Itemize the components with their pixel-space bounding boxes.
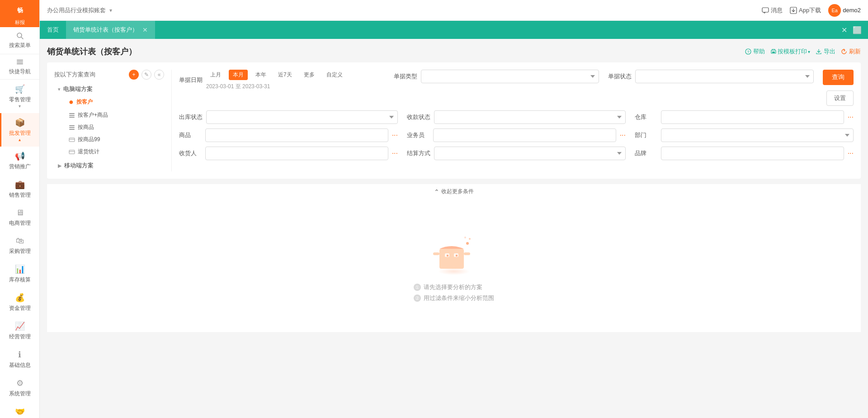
sidebar-item-basic[interactable]: ℹ 基础信息	[0, 345, 39, 374]
doc-status-select[interactable]	[635, 70, 814, 83]
date-container: 上月 本月 本年 近7天 更多 自定义 2023-03-01 至 2023-03…	[206, 70, 347, 90]
tab-window-close-button[interactable]: ✕	[839, 24, 850, 36]
scheme-by-goods-99[interactable]: 按商品99	[65, 133, 164, 146]
operation-icon: 📈	[15, 321, 25, 331]
tab-window-maximize-button[interactable]: ⬜	[850, 24, 864, 36]
sidebar-item-inventory[interactable]: 📊 库存核算	[0, 260, 39, 288]
tree-menu: ▾ 电脑端方案 ● 按客户 按客户+商品	[54, 83, 164, 171]
settings-button[interactable]: 设置	[826, 90, 854, 106]
date-btn-more[interactable]: 更多	[300, 70, 319, 80]
export-button[interactable]: 导出	[816, 48, 835, 56]
empty-illustration	[427, 226, 481, 280]
tab-sales-stat[interactable]: 销货单统计表（按客户） ✕	[66, 21, 155, 39]
sidebar-item-marketing[interactable]: 📢 营销推广	[0, 147, 39, 175]
export-label: 导出	[824, 48, 835, 56]
salesperson-input[interactable]	[433, 128, 616, 142]
header-right: 消息 App下载 Ea demo2	[762, 4, 861, 17]
warehouse-dots[interactable]: ···	[848, 113, 854, 121]
brand-dots[interactable]: ···	[848, 149, 854, 157]
sidebar-search[interactable]: 搜索菜单	[0, 27, 39, 54]
sidebar-item-ecommerce[interactable]: 🖥 电商管理	[0, 204, 39, 232]
svg-rect-5	[17, 62, 23, 62]
scheme-collapse-button[interactable]: «	[154, 70, 164, 80]
header-breadcrumb: 办公用品行业模拟账套	[47, 6, 106, 14]
sidebar-item-enterprise[interactable]: 🤝 企业协同	[0, 402, 39, 418]
svg-text:畅: 畅	[17, 7, 23, 14]
scheme-panel-actions: + ✎ «	[129, 70, 164, 80]
tree-desktop-header[interactable]: ▾ 电脑端方案	[54, 83, 164, 95]
goods-dots[interactable]: ···	[392, 131, 398, 139]
tab-controls: ✕ ⬜	[839, 24, 868, 36]
sidebar-item-wholesale[interactable]: 📦 批发管理 ▴	[0, 113, 39, 147]
print-button[interactable]: 按模板打印 ▾	[770, 48, 810, 56]
goods-input[interactable]	[205, 128, 388, 142]
sales-icon: 💼	[15, 180, 25, 190]
scheme-by-customer-goods[interactable]: 按客户+商品	[65, 109, 164, 121]
svg-rect-16	[69, 125, 75, 126]
svg-point-33	[464, 237, 466, 238]
sidebar-nav[interactable]: 快捷导航	[0, 54, 39, 80]
date-range-text: 2023-03-01 至 2023-03-31	[206, 83, 347, 90]
scheme-panel-title: 按以下方案查询	[54, 71, 95, 79]
brand-field: 品牌 ···	[635, 147, 854, 160]
doc-type-select[interactable]	[421, 70, 599, 83]
collapse-bar[interactable]: ⌃ 收起更多条件	[47, 184, 861, 199]
filter-row-2: 出库状态 收款状态	[179, 110, 854, 124]
app-download-button[interactable]: App下载	[790, 6, 821, 14]
scheme-return-stats[interactable]: 退货统计	[65, 146, 164, 158]
app-download-label: App下载	[799, 6, 821, 14]
avatar-text: Ea	[832, 8, 838, 13]
recipient-input[interactable]	[205, 147, 388, 160]
svg-rect-24	[439, 249, 464, 269]
sidebar-item-system[interactable]: ⚙ 系统管理	[0, 374, 39, 402]
message-button[interactable]: 消息	[762, 6, 783, 14]
settlement-select[interactable]	[434, 147, 626, 160]
department-select[interactable]	[661, 128, 854, 142]
date-btn-this-month[interactable]: 本月	[229, 70, 248, 80]
salesperson-dots[interactable]: ···	[620, 131, 626, 139]
page-inner: 销货单统计表（按客户） ? 帮助	[40, 39, 868, 339]
sidebar-item-retail[interactable]: 🛒 零售管理 ▾	[0, 80, 39, 113]
user-avatar-area[interactable]: Ea demo2	[828, 4, 861, 17]
sidebar-item-purchase[interactable]: 🛍 采购管理	[0, 232, 39, 260]
query-button[interactable]: 查询	[823, 70, 854, 85]
delivery-select[interactable]	[206, 110, 398, 124]
doc-status-label: 单据状态	[608, 72, 632, 81]
sidebar-item-operation[interactable]: 📈 经营管理	[0, 317, 39, 345]
refresh-button[interactable]: 刷新	[841, 48, 861, 56]
recipient-label: 收货人	[179, 149, 202, 157]
date-btn-custom[interactable]: 自定义	[322, 70, 347, 80]
message-icon	[762, 7, 769, 14]
date-label: 单据日期	[179, 76, 203, 84]
scheme-by-goods[interactable]: 按商品	[65, 121, 164, 133]
tab-home-label: 首页	[47, 26, 59, 34]
sidebar-item-finance[interactable]: 💰 资金管理	[0, 288, 39, 317]
date-btn-this-year[interactable]: 本年	[251, 70, 270, 80]
scheme-icon-4	[69, 149, 75, 155]
print-dropdown-arrow[interactable]: ▾	[808, 49, 810, 54]
svg-rect-13	[69, 113, 75, 114]
scheme-by-customer[interactable]: ● 按客户	[65, 95, 164, 109]
tree-mobile-label: 移动端方案	[64, 162, 94, 170]
sidebar-item-sales[interactable]: 💼 销售管理	[0, 175, 39, 204]
payment-select[interactable]	[434, 110, 626, 124]
tab-close-button[interactable]: ✕	[142, 26, 148, 33]
date-btn-last-month[interactable]: 上月	[206, 70, 225, 80]
date-btn-last-7[interactable]: 近7天	[274, 70, 296, 80]
tab-home[interactable]: 首页	[40, 21, 66, 39]
brand-input[interactable]	[661, 147, 844, 160]
filter-row-1: 单据日期 上月 本月 本年 近7天 更多 自定义	[179, 70, 854, 106]
tree-mobile-header[interactable]: ▶ 移动端方案	[54, 160, 164, 171]
recipient-dots[interactable]: ···	[392, 149, 398, 157]
help-button[interactable]: ? 帮助	[745, 48, 765, 56]
app-logo[interactable]: 畅 标报	[0, 0, 39, 27]
header-dropdown-arrow[interactable]: ▾	[109, 7, 112, 14]
scheme-add-button[interactable]: +	[129, 70, 139, 80]
warehouse-input[interactable]	[661, 110, 844, 124]
refresh-icon	[841, 48, 847, 55]
username-label[interactable]: demo2	[843, 7, 861, 14]
filter-right-area: 单据日期 上月 本月 本年 近7天 更多 自定义	[172, 70, 854, 171]
retail-arrow: ▾	[19, 104, 21, 109]
filter-row-4: 收货人 ··· 结算方式	[179, 147, 854, 160]
scheme-edit-button[interactable]: ✎	[142, 70, 151, 80]
